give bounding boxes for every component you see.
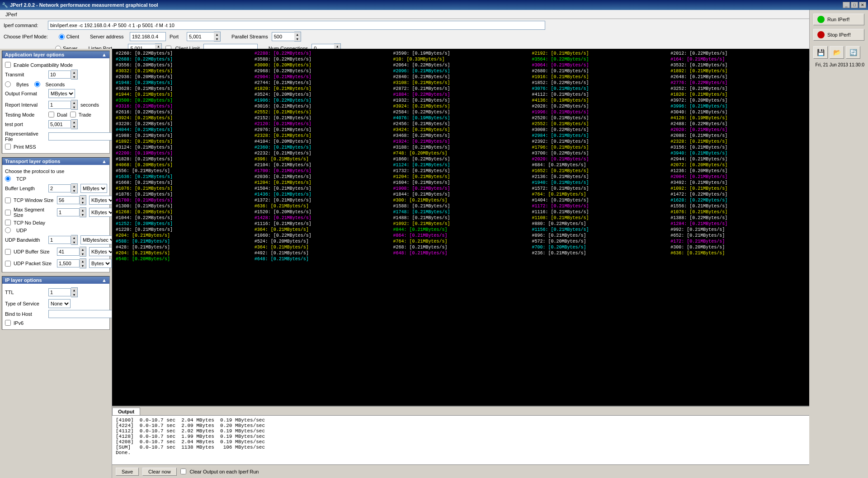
- open-btn[interactable]: 📂: [830, 46, 844, 59]
- tcp-radio[interactable]: [5, 176, 11, 182]
- clear-on-run-checkbox[interactable]: [180, 469, 186, 474]
- data-entry: #1388: [0.22MBytes/s]: [669, 215, 807, 221]
- output-panel: Output [4100] 0.0-10.7 sec 2.04 MBytes 0…: [112, 406, 809, 478]
- transmit-up[interactable]: ▲: [71, 70, 77, 75]
- parallel-up-btn[interactable]: ▲: [294, 32, 301, 37]
- udp-buf-unit-select[interactable]: KBytes: [89, 247, 112, 256]
- parallel-streams-input[interactable]: [272, 32, 294, 41]
- iperf-command-label: Iperf command:: [4, 23, 44, 28]
- output-format-select[interactable]: MBytes: [48, 89, 75, 98]
- transport-layer-header[interactable]: Transport layer options ▲: [2, 158, 109, 165]
- dual-checkbox[interactable]: [48, 112, 54, 117]
- udp-pkt-input[interactable]: [57, 259, 80, 267]
- save-button[interactable]: Save: [116, 468, 139, 476]
- tcp-nodelay-checkbox[interactable]: [5, 220, 11, 225]
- test-port-down[interactable]: ▼: [71, 124, 77, 129]
- udp-buf-down[interactable]: ▼: [80, 252, 86, 256]
- data-entry: #2260: [0.22MBytes/s]: [114, 51, 253, 56]
- report-down[interactable]: ▼: [71, 105, 77, 109]
- trade-checkbox[interactable]: [70, 112, 76, 117]
- ttl-input[interactable]: [48, 288, 71, 296]
- max-seg-unit-select[interactable]: KBytes: [89, 208, 112, 217]
- udp-bw-input[interactable]: [48, 236, 71, 244]
- maximize-button[interactable]: □: [851, 2, 858, 8]
- max-seg-input[interactable]: [57, 208, 80, 216]
- udp-bw-unit-select[interactable]: MBytes/sec: [80, 235, 112, 244]
- parallel-down-btn[interactable]: ▼: [294, 37, 301, 41]
- port-down-btn[interactable]: ▼: [214, 37, 220, 41]
- udp-pkt-up[interactable]: ▲: [80, 259, 86, 263]
- tcp-window-input[interactable]: [57, 196, 80, 204]
- test-port-input[interactable]: [48, 120, 71, 128]
- transport-layer-content: Choose the protocol to use TCP Buffer Le…: [2, 167, 109, 272]
- ttl-up[interactable]: ▲: [71, 288, 77, 292]
- clear-now-button[interactable]: Clear now: [142, 468, 177, 476]
- port-input[interactable]: [187, 32, 214, 41]
- max-seg-up[interactable]: ▲: [80, 208, 86, 212]
- ipv6-checkbox[interactable]: [5, 320, 11, 326]
- run-iperf-button[interactable]: Run IPerf!: [813, 14, 864, 25]
- iperf-command-input[interactable]: [48, 21, 545, 30]
- tcp-window-row: TCP Window Size ▲ ▼ KBytes: [5, 195, 107, 205]
- ttl-down[interactable]: ▼: [71, 292, 77, 297]
- output-tab[interactable]: Output: [112, 408, 140, 415]
- test-port-up[interactable]: ▲: [71, 120, 77, 124]
- udp-buf-btns: ▲ ▼: [80, 247, 86, 257]
- udp-pkt-checkbox[interactable]: [5, 261, 11, 267]
- stop-iperf-button[interactable]: Stop IPerf!: [813, 29, 864, 41]
- report-up[interactable]: ▲: [71, 100, 77, 105]
- udp-bw-up[interactable]: ▲: [71, 235, 77, 240]
- buffer-down[interactable]: ▼: [71, 188, 77, 193]
- refresh-btn[interactable]: 🔄: [846, 46, 860, 59]
- tcp-window-unit-select[interactable]: KBytes: [89, 196, 112, 205]
- print-mss-checkbox[interactable]: [5, 144, 11, 150]
- close-button[interactable]: ✕: [859, 2, 866, 8]
- parallel-streams-label: Parallel Streams: [231, 34, 268, 39]
- tcp-window-down[interactable]: ▼: [80, 200, 86, 205]
- udp-radio[interactable]: [5, 227, 11, 233]
- max-seg-checkbox[interactable]: [5, 210, 11, 216]
- udp-bw-down[interactable]: ▼: [71, 240, 77, 244]
- data-entry: #204: [0.21MBytes/s]: [114, 233, 253, 239]
- ttl-row: TTL ▲ ▼: [5, 287, 107, 297]
- minimize-button[interactable]: _: [843, 2, 850, 8]
- data-entry: #2104: [0.21MBytes/s]: [253, 162, 392, 168]
- num-conn-up-btn[interactable]: ▲: [334, 44, 340, 48]
- report-interval-input[interactable]: [48, 101, 71, 109]
- listen-port-up-btn[interactable]: ▲: [155, 44, 161, 48]
- client-radio[interactable]: [59, 34, 65, 40]
- seconds-radio[interactable]: [34, 81, 40, 87]
- rep-file-input[interactable]: [48, 132, 112, 141]
- compat-checkbox[interactable]: [5, 62, 11, 68]
- port-up-btn[interactable]: ▲: [214, 32, 220, 37]
- data-entry: #2036: [0.21MBytes/s]: [253, 174, 392, 180]
- udp-pkt-down[interactable]: ▼: [80, 263, 86, 268]
- transmit-down[interactable]: ▼: [71, 75, 77, 79]
- server-address-input[interactable]: [130, 32, 166, 41]
- menu-jperf[interactable]: JPerf: [2, 11, 21, 18]
- buffer-length-input[interactable]: [48, 184, 71, 192]
- buffer-up[interactable]: ▲: [71, 184, 77, 188]
- data-entry: #3108: [0.21MBytes/s]: [392, 80, 530, 86]
- bind-host-input[interactable]: [48, 310, 112, 318]
- udp-buf-up[interactable]: ▲: [80, 247, 86, 252]
- max-seg-down[interactable]: ▼: [80, 212, 86, 217]
- udp-buf-checkbox[interactable]: [5, 249, 11, 255]
- buffer-unit-select[interactable]: MBytes: [80, 184, 107, 193]
- tos-select[interactable]: None: [48, 299, 71, 308]
- data-entry: #2288: [0.22MBytes/s]: [253, 51, 392, 56]
- tcp-window-up[interactable]: ▲: [80, 196, 86, 200]
- tcp-window-checkbox[interactable]: [5, 197, 11, 203]
- data-entry: #2232: [0.21MBytes/s]: [253, 150, 392, 156]
- data-entry: #1780: [0.21MBytes/s]: [114, 197, 253, 203]
- output-tabs: Output: [112, 407, 809, 416]
- data-entry: #2004: [0.21MBytes/s]: [669, 174, 807, 180]
- app-layer-header[interactable]: Application layer options ▲: [2, 51, 109, 58]
- udp-buf-input[interactable]: [57, 248, 80, 256]
- save-btn[interactable]: 💾: [813, 46, 828, 59]
- udp-pkt-unit-select[interactable]: Bytes: [89, 259, 112, 268]
- ip-layer-header[interactable]: IP layer options ▲: [2, 276, 109, 284]
- transmit-input[interactable]: [48, 70, 71, 79]
- bytes-radio[interactable]: [5, 81, 11, 87]
- transmit-spinner: ▲ ▼: [48, 70, 78, 80]
